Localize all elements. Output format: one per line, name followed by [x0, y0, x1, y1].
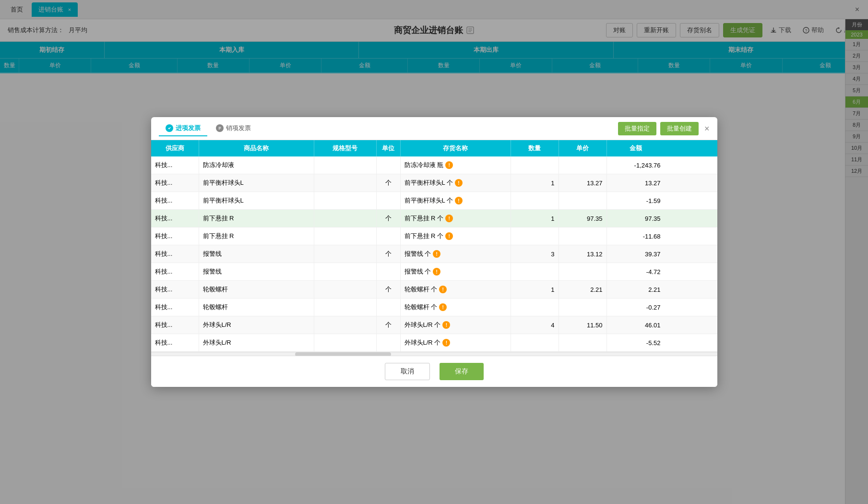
- warning-icon: !: [433, 268, 440, 276]
- cell-goods-name: 轮毂螺杆: [199, 299, 314, 316]
- cell-spec: [314, 210, 377, 227]
- cell-supplier: 科技...: [151, 316, 199, 334]
- cell-inventory-name: 前平衡杆球头L 个 !: [401, 192, 511, 209]
- cell-inventory-name: 外球头L/R 个 !: [401, 316, 511, 334]
- cell-qty: 1: [511, 174, 559, 192]
- cell-goods-name: 前下悬挂 R: [199, 210, 314, 227]
- cell-goods-name: 报警线: [199, 245, 314, 263]
- col-header-price: 单价: [559, 140, 607, 156]
- cell-amount: -11.68: [607, 228, 665, 245]
- col-header-goods-name: 商品名称: [199, 140, 314, 156]
- scrollbar-thumb: [295, 352, 391, 356]
- cell-supplier: 科技...: [151, 156, 199, 174]
- cell-goods-name: 前平衡杆球头L: [199, 192, 314, 209]
- cell-unit: 个: [377, 174, 401, 192]
- cell-amount: 46.01: [607, 316, 665, 334]
- cell-amount: -1,243.76: [607, 156, 665, 174]
- warning-icon: !: [433, 250, 440, 258]
- cell-spec: [314, 174, 377, 192]
- modal-close-button[interactable]: ×: [704, 124, 710, 133]
- cell-unit: 个: [377, 245, 401, 263]
- tab-purchase-invoice[interactable]: 进项发票: [159, 121, 207, 136]
- cell-inventory-name: 前下悬挂 R 个 !: [401, 228, 511, 245]
- cell-unit: 个: [377, 281, 401, 298]
- cell-price: 2.21: [559, 281, 607, 298]
- col-header-unit: 单位: [377, 140, 401, 156]
- cell-spec: [314, 245, 377, 263]
- cell-goods-name: 报警线: [199, 263, 314, 280]
- sales-tab-icon: [216, 124, 224, 132]
- col-header-spec: 规格型号: [314, 140, 377, 156]
- cell-inventory-name: 防冻冷却液 瓶 !: [401, 156, 511, 174]
- tab-sales-invoice[interactable]: 销项发票: [209, 121, 258, 136]
- cell-price: [559, 334, 607, 351]
- cell-inventory-name: 前平衡杆球头L 个 !: [401, 174, 511, 192]
- cell-unit: [377, 228, 401, 245]
- warning-icon: !: [439, 303, 447, 311]
- cell-qty: 1: [511, 210, 559, 227]
- cancel-button[interactable]: 取消: [385, 363, 430, 380]
- cell-amount: 2.21: [607, 281, 665, 298]
- cell-price: [559, 263, 607, 280]
- cell-unit: [377, 334, 401, 351]
- table-row[interactable]: 科技... 防冻冷却液 防冻冷却液 瓶 ! -1,243.76: [151, 156, 717, 174]
- col-header-qty: 数量: [511, 140, 559, 156]
- table-row[interactable]: 科技... 外球头L/R 外球头L/R 个 ! -5.52: [151, 334, 717, 352]
- col-header-amount: 金额: [607, 140, 665, 156]
- cell-unit: 个: [377, 210, 401, 227]
- modal-table-header: 供应商 商品名称 规格型号 单位 存货名称 数量 单价 金额: [151, 140, 717, 156]
- modal-action-buttons: 批量指定 批量创建: [618, 122, 699, 135]
- invoice-modal: 进项发票 销项发票 批量指定 批量创建 × 供应商: [151, 117, 717, 387]
- modal-table: 供应商 商品名称 规格型号 单位 存货名称 数量 单价 金额 科技... 防冻冷…: [151, 140, 717, 356]
- cell-qty: [511, 299, 559, 316]
- cell-supplier: 科技...: [151, 245, 199, 263]
- cell-supplier: 科技...: [151, 210, 199, 227]
- cell-inventory-name: 报警线 个 !: [401, 263, 511, 280]
- cell-price: 13.12: [559, 245, 607, 263]
- cell-unit: [377, 263, 401, 280]
- warning-icon: !: [455, 197, 463, 204]
- warning-icon: !: [439, 286, 447, 293]
- cell-unit: [377, 156, 401, 174]
- cell-amount: -4.72: [607, 263, 665, 280]
- cell-goods-name: 前平衡杆球头L: [199, 174, 314, 192]
- cell-amount: -0.27: [607, 299, 665, 316]
- cell-price: [559, 156, 607, 174]
- cell-supplier: 科技...: [151, 192, 199, 209]
- cell-goods-name: 外球头L/R: [199, 334, 314, 351]
- col-header-inventory-name: 存货名称: [401, 140, 511, 156]
- cell-price: [559, 299, 607, 316]
- cell-spec: [314, 334, 377, 351]
- table-row[interactable]: 科技... 报警线 个 报警线 个 ! 3 13.12 39.37: [151, 245, 717, 263]
- warning-icon: !: [442, 339, 450, 347]
- purchase-tab-icon: [166, 124, 173, 132]
- cell-inventory-name: 外球头L/R 个 !: [401, 334, 511, 351]
- modal-header: 进项发票 销项发票 批量指定 批量创建 ×: [151, 117, 717, 140]
- modal-scrollbar[interactable]: [151, 352, 717, 356]
- cell-spec: [314, 281, 377, 298]
- modal-table-body: 科技... 防冻冷却液 防冻冷却液 瓶 ! -1,243.76 科技... 前平…: [151, 156, 717, 352]
- cell-goods-name: 防冻冷却液: [199, 156, 314, 174]
- cell-price: [559, 228, 607, 245]
- batch-assign-button[interactable]: 批量指定: [618, 122, 656, 135]
- table-row[interactable]: 科技... 前下悬挂 R 个 前下悬挂 R 个 ! 1 97.35 97.35: [151, 210, 717, 228]
- modal-overlay: 进项发票 销项发票 批量指定 批量创建 × 供应商: [0, 0, 868, 504]
- save-button[interactable]: 保存: [440, 363, 484, 380]
- cell-inventory-name: 轮毂螺杆 个 !: [401, 299, 511, 316]
- cell-unit: [377, 299, 401, 316]
- warning-icon: !: [455, 179, 463, 187]
- cell-goods-name: 轮毂螺杆: [199, 281, 314, 298]
- cell-qty: 4: [511, 316, 559, 334]
- cell-spec: [314, 156, 377, 174]
- table-row[interactable]: 科技... 前下悬挂 R 前下悬挂 R 个 ! -11.68: [151, 228, 717, 245]
- warning-icon: !: [442, 321, 450, 329]
- table-row[interactable]: 科技... 报警线 报警线 个 ! -4.72: [151, 263, 717, 281]
- batch-create-button[interactable]: 批量创建: [660, 122, 699, 135]
- cell-amount: 39.37: [607, 245, 665, 263]
- cell-qty: [511, 156, 559, 174]
- table-row[interactable]: 科技... 轮毂螺杆 个 轮毂螺杆 个 ! 1 2.21 2.21: [151, 281, 717, 299]
- table-row[interactable]: 科技... 前平衡杆球头L 个 前平衡杆球头L 个 ! 1 13.27 13.2…: [151, 174, 717, 192]
- table-row[interactable]: 科技... 外球头L/R 个 外球头L/R 个 ! 4 11.50 46.01: [151, 316, 717, 334]
- table-row[interactable]: 科技... 轮毂螺杆 轮毂螺杆 个 ! -0.27: [151, 299, 717, 316]
- table-row[interactable]: 科技... 前平衡杆球头L 前平衡杆球头L 个 ! -1.59: [151, 192, 717, 210]
